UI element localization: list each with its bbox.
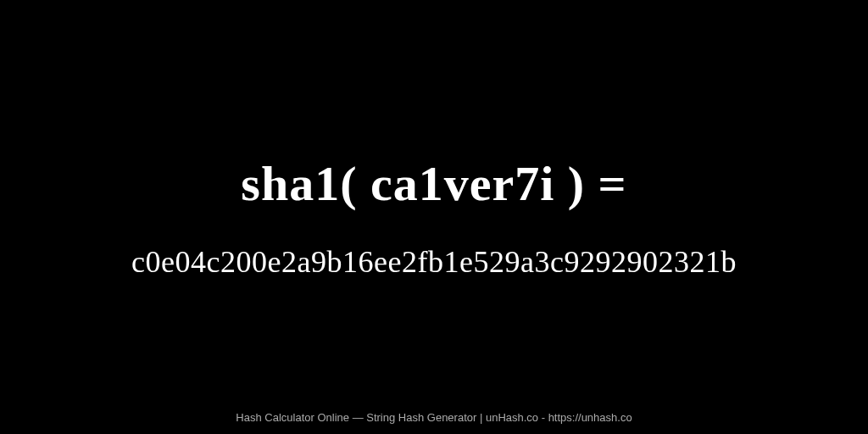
hash-expression-title: sha1( ca1ver7i ) = bbox=[241, 155, 626, 212]
main-content: sha1( ca1ver7i ) = c0e04c200e2a9b16ee2fb… bbox=[131, 0, 737, 434]
hash-result-value: c0e04c200e2a9b16ee2fb1e529a3c9292902321b bbox=[131, 244, 737, 280]
footer-attribution: Hash Calculator Online — String Hash Gen… bbox=[0, 411, 868, 424]
